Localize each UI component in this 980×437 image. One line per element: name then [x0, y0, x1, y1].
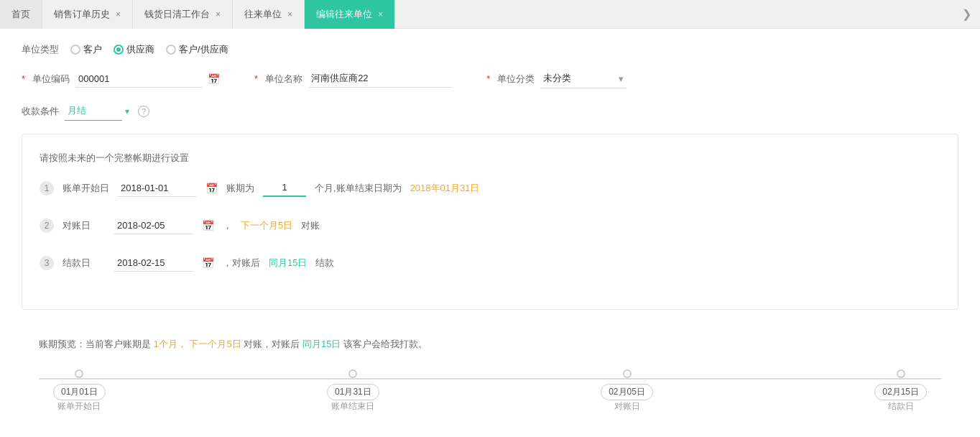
- tab-cash-work[interactable]: 钱货日清工作台 ×: [133, 0, 233, 29]
- unit-code-calendar-icon[interactable]: 📅: [208, 73, 220, 85]
- setting-num-1: 1: [40, 181, 54, 196]
- tab-edit-partner-close[interactable]: ×: [378, 9, 383, 19]
- start-date-input[interactable]: [118, 180, 197, 197]
- setting-row-3: 3 结款日 📅 ，对账后 同月15日 结款: [40, 254, 940, 272]
- radio-both-circle: [166, 45, 176, 55]
- tabs-scroll-right[interactable]: ❯: [953, 0, 980, 29]
- preview-text: 账期预览：当前客户账期是 1个月， 下一个月5日 对账，对账后 同月15日 该客…: [39, 336, 941, 352]
- radio-both[interactable]: 客户/供应商: [166, 43, 228, 56]
- period-value-input[interactable]: [263, 179, 306, 197]
- unit-code-label: 单位编码: [32, 73, 70, 86]
- timeline-badge-0: 01月01日: [53, 384, 106, 400]
- start-date-calendar-icon[interactable]: 📅: [205, 183, 218, 194]
- radio-customer[interactable]: 客户: [70, 43, 102, 56]
- unit-code-input[interactable]: [75, 70, 202, 88]
- tab-sales-history-close[interactable]: ×: [116, 9, 121, 19]
- payment-condition-help-icon[interactable]: ?: [138, 106, 149, 117]
- setting-row-1: 1 账单开始日 📅 账期为 个月,账单结束日期为 2018年01月31日: [40, 179, 940, 197]
- timeline-dot-0: [75, 369, 83, 378]
- payment-condition-row: 收款条件 月结 ▾ ?: [22, 101, 958, 121]
- reconcile-date-input[interactable]: [114, 217, 193, 234]
- payment-condition-label: 收款条件: [22, 105, 59, 118]
- payment-date-calendar-icon[interactable]: 📅: [202, 257, 214, 269]
- unit-type-row: 单位类型 客户 供应商 客户/供应商: [22, 43, 958, 56]
- reconcile-highlight: 下一个月5日: [241, 219, 292, 232]
- unit-category-field: * 单位分类 未分类 ▾: [486, 69, 627, 88]
- start-date-label: 账单开始日: [63, 182, 109, 195]
- payment-condition-value[interactable]: 月结: [65, 101, 122, 121]
- setting-num-3: 3: [40, 256, 54, 270]
- timeline-node-2: 02月05日 对账日: [601, 369, 653, 413]
- timeline-sublabel-1: 账单结束日: [331, 400, 374, 413]
- tabs-bar: 首页 销售订单历史 × 钱货日清工作台 × 往来单位 × 编辑往来单位 × ❯: [0, 0, 980, 29]
- timeline-sublabel-0: 账单开始日: [57, 400, 101, 413]
- timeline-badge-1: 01月31日: [327, 384, 379, 400]
- tab-partner[interactable]: 往来单位 ×: [233, 0, 305, 29]
- preview-section: 账期预览：当前客户账期是 1个月， 下一个月5日 对账，对账后 同月15日 该客…: [22, 324, 958, 424]
- panel-title: 请按照未来的一个完整帐期进行设置: [40, 152, 940, 165]
- unit-code-field: * 单位编码 📅: [22, 70, 220, 88]
- unit-name-label: 单位名称: [265, 73, 302, 86]
- unit-name-input[interactable]: [308, 70, 452, 88]
- preview-reconcile-date: 下一个月5日: [189, 339, 241, 349]
- unit-category-select[interactable]: 未分类 ▾: [540, 69, 627, 88]
- settings-panel: 请按照未来的一个完整帐期进行设置 1 账单开始日 📅 账期为 个月,账单结束日期…: [22, 134, 958, 310]
- timeline-node-1: 01月31日 账单结束日: [327, 369, 379, 413]
- unit-info-row: * 单位编码 📅 * 单位名称 * 单位分类 未分类 ▾: [22, 69, 958, 88]
- reconcile-date-calendar-icon[interactable]: 📅: [202, 220, 214, 231]
- radio-customer-circle: [70, 45, 80, 55]
- unit-category-label: 单位分类: [497, 73, 535, 86]
- tab-sales-history[interactable]: 销售订单历史 ×: [42, 0, 133, 29]
- timeline-badge-3: 02月15日: [874, 384, 927, 400]
- unit-type-radio-group: 客户 供应商 客户/供应商: [70, 43, 228, 56]
- setting-num-2: 2: [40, 218, 54, 233]
- timeline-dot-1: [348, 369, 357, 378]
- radio-supplier-circle: [114, 45, 124, 55]
- tab-edit-partner[interactable]: 编辑往来单位 ×: [305, 0, 395, 29]
- reconcile-suffix: ，: [223, 219, 232, 232]
- preview-suffix: 该客户会给我打款。: [343, 339, 427, 349]
- timeline-dot-2: [623, 369, 632, 378]
- radio-supplier[interactable]: 供应商: [114, 43, 154, 56]
- timeline-node-3: 02月15日 结款日: [874, 369, 927, 413]
- reconcile-suffix2: 对账: [301, 219, 320, 232]
- unit-type-label: 单位类型: [22, 43, 59, 56]
- unit-name-field: * 单位名称: [254, 70, 452, 88]
- timeline-dot-3: [897, 369, 905, 378]
- timeline-sublabel-3: 结款日: [888, 400, 914, 413]
- payment-suffix2: 结款: [315, 257, 334, 270]
- main-content: 单位类型 客户 供应商 客户/供应商 * 单位编码 📅 * 单位名称: [0, 29, 980, 437]
- tab-partner-close[interactable]: ×: [287, 9, 292, 19]
- timeline-badge-2: 02月05日: [601, 384, 653, 400]
- end-date-highlight: 2018年01月31日: [410, 182, 480, 195]
- timeline-sublabel-2: 对账日: [614, 400, 640, 413]
- reconcile-date-label: 对账日: [63, 219, 106, 232]
- period-for-label: 账期为: [226, 182, 254, 195]
- payment-highlight: 同月15日: [269, 257, 307, 270]
- payment-date-input[interactable]: [114, 254, 193, 272]
- setting-row-2: 2 对账日 📅 ， 下一个月5日 对账: [40, 217, 940, 234]
- payment-suffix: ，对账后: [223, 257, 260, 270]
- preview-payment-date: 同月15日: [302, 339, 341, 349]
- payment-condition-dropdown-icon[interactable]: ▾: [125, 106, 129, 116]
- payment-condition-select: 月结 ▾: [65, 101, 129, 121]
- timeline: 01月01日 账单开始日 01月31日 账单结束日 02月05日 对账日: [39, 369, 941, 413]
- preview-period: 1个月，: [154, 339, 187, 349]
- preview-middle: 对账，对账后: [244, 339, 300, 349]
- unit-category-arrow-icon: ▾: [619, 73, 624, 84]
- timeline-node-0: 01月01日 账单开始日: [53, 369, 106, 413]
- payment-date-label: 结款日: [63, 257, 106, 270]
- period-unit-label: 个月,账单结束日期为: [315, 182, 402, 195]
- timeline-nodes: 01月01日 账单开始日 01月31日 账单结束日 02月05日 对账日: [53, 369, 927, 413]
- tab-home[interactable]: 首页: [0, 0, 42, 29]
- tab-cash-work-close[interactable]: ×: [216, 9, 221, 19]
